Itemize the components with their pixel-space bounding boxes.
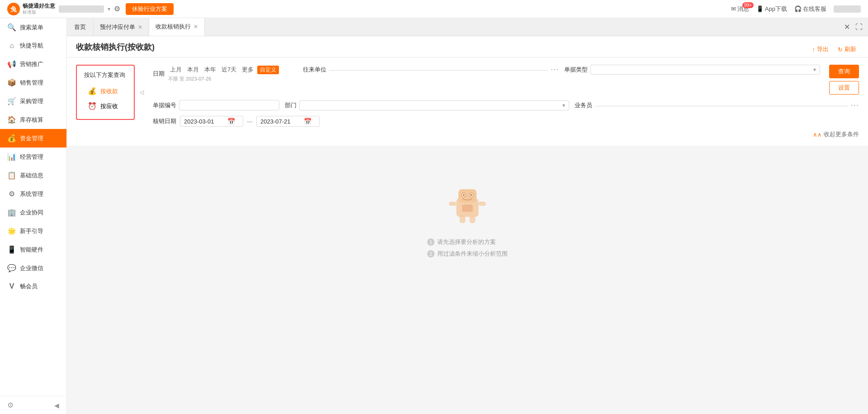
export-label: 导出 [817,45,829,53]
sidebar-label-inventory: 库存核算 [20,116,43,124]
app-name: 畅捷通好生意 [23,3,55,9]
writeoff-date-start-wrap: 📅 [180,116,243,127]
sidebar-label-guide: 新手引导 [20,227,43,235]
svg-rect-9 [479,202,486,206]
setting-button[interactable]: 设置 [829,81,859,95]
action-buttons: 查询 设置 [829,65,859,95]
collection-label: 按收款 [100,87,118,95]
calendar-end-icon[interactable]: 📅 [304,118,311,125]
sidebar-item-hardware[interactable]: 📱 智能硬件 [0,240,66,259]
sidebar-item-system[interactable]: ⚙ 系统管理 [0,185,66,203]
doc-number-input[interactable] [183,102,275,109]
sidebar-item-basic[interactable]: 📋 基础信息 [0,166,66,185]
finance-icon: 💰 [7,134,16,143]
sidebar-item-search[interactable]: 🔍 搜索菜单 [0,18,66,37]
date-custom-badge[interactable]: 自定义 [257,66,279,74]
user-avatar-blurred[interactable] [834,5,861,13]
sidebar-item-enterprise[interactable]: 🏢 企业协同 [0,203,66,222]
page-toolbar: ↑ 导出 ↻ 刷新 [810,42,859,57]
app-download-label: App下载 [765,5,787,13]
online-service-link[interactable]: 🎧 在线客服 [794,5,826,13]
customer-label: 往来单位 [303,66,326,74]
industry-solution-button[interactable]: 休验行业方案 [126,3,174,15]
tab-close-all-button[interactable]: ✕ [842,22,852,32]
tab-prepay-label: 预付冲应付单 [100,23,135,31]
basic-icon: 📋 [7,171,16,180]
tip-number-2: 2 [427,250,434,257]
date-7days-button[interactable]: 近7天 [220,65,238,75]
refresh-label: 刷新 [844,45,856,53]
svg-rect-10 [460,216,466,223]
customer-select-button[interactable]: ··· [551,65,559,74]
sidebar-settings-icon[interactable]: ⚙ [7,401,14,409]
filter-section: 按以下方案查询 💰 按收款 ⏰ 按应收 ◁ [67,57,868,146]
sidebar-item-operations[interactable]: 📊 经营管理 [0,148,66,166]
tip-number-1: 1 [427,238,434,246]
sidebar-item-shortcut[interactable]: ⌂ 快捷导航 [0,37,66,55]
sidebar-label-wechat: 企业微信 [20,264,43,272]
svg-point-6 [463,194,465,196]
refresh-button[interactable]: ↻ 刷新 [835,44,859,54]
collapse-more-button[interactable]: ∧∧ 收起更多条件 [813,130,859,138]
sidebar-label-enterprise: 企业协同 [20,209,43,217]
tab-prepay[interactable]: 预付冲应付单 ✕ [94,18,149,36]
sidebar-item-vip[interactable]: V 畅会员 [0,277,66,295]
writeoff-date-end-input[interactable] [260,118,301,125]
filter-option-by-receivable[interactable]: ⏰ 按应收 [84,99,127,114]
sidebar-item-sales[interactable]: 📦 销售管理 [0,73,66,92]
workspace-name [59,5,104,13]
empty-tip-row-2: 2 用过滤条件来缩小分析范围 [427,248,508,260]
sidebar-label-finance: 资金管理 [20,134,43,143]
calendar-start-icon[interactable]: 📅 [227,118,235,125]
receivable-icon: ⏰ [88,102,97,110]
sidebar-bottom: ⚙ ◀ [0,396,66,414]
empty-tip-row-1: 1 请先选择要分析的方案 [427,236,508,248]
empty-state: 1 请先选择要分析的方案 2 用过滤条件来缩小分析范围 [67,146,868,296]
tab-expand-button[interactable]: ⛶ [854,22,864,32]
department-label: 部门 [285,101,297,109]
date-range-separator: — [247,118,253,125]
sidebar-item-wechat[interactable]: 💬 企业微信 [0,259,66,277]
sidebar-item-finance[interactable]: 💰 资金管理 [0,129,66,148]
page-content: 收款核销执行(按收款) ↑ 导出 ↻ 刷新 [67,36,868,414]
svg-text:兔: 兔 [10,5,17,13]
sidebar-label-sales: 销售管理 [20,79,43,87]
tab-collection-close-icon[interactable]: ✕ [193,24,198,30]
dropdown-arrow-icon[interactable]: ▾ [108,6,110,12]
tab-collection[interactable]: 收款核销执行 ✕ [149,18,205,36]
export-button[interactable]: ↑ 导出 [810,44,832,54]
tab-prepay-close-icon[interactable]: ✕ [138,24,142,30]
salesperson-select-button[interactable]: ··· [851,100,859,110]
settings-gear-icon[interactable]: ⚙ [114,5,120,13]
svg-rect-8 [449,202,456,206]
logo-area: 兔 畅捷通好生意 标准版 [7,3,55,15]
message-icon-area[interactable]: ✉ 消息 99+ [731,5,749,13]
filter-right: 日期 上月 本月 本年 近7天 更多 自定义 [153,65,859,138]
sidebar-item-purchase[interactable]: 🛒 采购管理 [0,92,66,110]
sidebar-item-marketing[interactable]: 📢 营销推广 [0,55,66,73]
empty-tips: 1 请先选择要分析的方案 2 用过滤条件来缩小分析范围 [427,236,508,260]
date-more-button[interactable]: 更多 [240,65,255,75]
filter-option-by-collection[interactable]: 💰 按收款 [84,84,127,99]
empty-tip-text-1: 请先选择要分析的方案 [437,236,496,248]
date-this-year-button[interactable]: 本年 [203,65,218,75]
sidebar-label-hardware: 智能硬件 [20,246,43,254]
sidebar-collapse-icon[interactable]: ◀ [54,402,59,409]
tab-home[interactable]: 首页 [67,18,94,36]
inventory-icon: 🏠 [7,115,16,124]
message-icon: ✉ [731,5,736,12]
panel-toggle-icon[interactable]: ◁ [140,89,144,95]
doc-type-select[interactable]: ▾ [590,65,820,75]
department-select[interactable]: ▾ [299,100,569,110]
filter-panel: 按以下方案查询 💰 按收款 ⏰ 按应收 [76,65,135,120]
date-last-month-button[interactable]: 上月 [168,65,184,75]
sidebar-item-inventory[interactable]: 🏠 库存核算 [0,110,66,129]
app-download-link[interactable]: 📱 App下载 [756,5,787,13]
writeoff-date-start-input[interactable] [184,118,225,125]
sidebar-item-guide[interactable]: 🌟 新手引导 [0,222,66,240]
empty-tip-text-2: 用过滤条件来缩小分析范围 [437,248,508,260]
date-filter-label: 日期 [153,70,165,78]
date-this-month-button[interactable]: 本月 [185,65,201,75]
query-button[interactable]: 查询 [829,65,859,78]
purchase-icon: 🛒 [7,97,16,105]
